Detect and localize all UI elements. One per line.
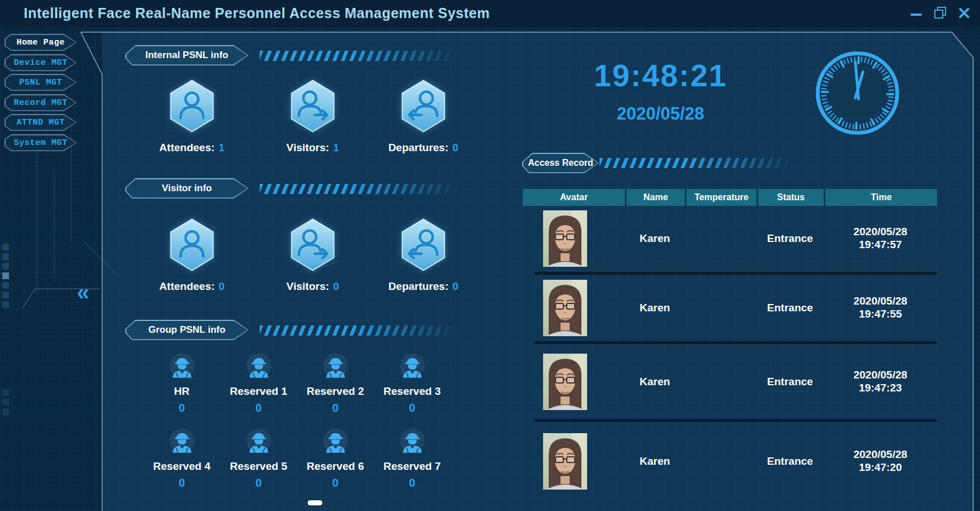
worker-icon: [322, 428, 349, 454]
stat-label: Attendees:: [159, 142, 215, 153]
group-stat-reserved-7: Reserved 7 0: [370, 428, 454, 490]
column-header-avatar: Avatar: [523, 189, 625, 206]
stat-label: Visitors:: [286, 142, 329, 153]
cell-status: Entrance: [756, 275, 824, 341]
cell-name: Karen: [625, 275, 685, 341]
group-label: Reserved 3: [383, 385, 440, 398]
group-value: 0: [332, 477, 338, 490]
visitor-departures-stat: Departures:0: [364, 218, 483, 293]
face-photo: [543, 433, 587, 490]
group-label: Reserved 7: [383, 460, 440, 473]
section-title: Group PSNL info: [126, 321, 248, 340]
group-value: 0: [409, 402, 415, 415]
user-icon: [167, 218, 217, 272]
table-row[interactable]: Karen Entrance 2020/05/2819:47:23: [523, 344, 937, 419]
cell-status: Entrance: [756, 344, 824, 419]
analog-clock-icon: [811, 47, 904, 139]
user-arrow-left-icon: [399, 79, 448, 133]
stat-value: 0: [453, 280, 459, 292]
worker-icon: [322, 353, 349, 379]
sidebar-item-attnd-mgt[interactable]: ATTND MGT: [5, 114, 77, 131]
worker-icon: [169, 428, 195, 454]
group-label: Reserved 1: [230, 385, 287, 398]
stat-value: 1: [218, 142, 225, 153]
stripes-decoration: [600, 158, 794, 168]
access-record-table-header: Avatar Name Temperature Status Time: [523, 189, 937, 206]
cell-date: 2020/05/28: [854, 448, 907, 461]
sidebar-item-label: ATTND MGT: [6, 115, 76, 130]
sidebar-item-psnl-mgt[interactable]: PSNL MGT: [5, 74, 77, 91]
stripes-decoration: [260, 184, 458, 194]
stat-label: Attendees:: [159, 280, 215, 292]
sidebar-item-record-mgt[interactable]: Record MGT: [5, 94, 77, 111]
group-stat-reserved-5: Reserved 5 0: [216, 428, 301, 490]
user-arrow-right-icon: [288, 79, 338, 133]
group-value: 0: [255, 477, 261, 490]
cell-date: 2020/05/28: [854, 369, 907, 382]
cell-temperature: [685, 344, 756, 419]
column-header-temperature: Temperature: [685, 189, 756, 206]
cell-time: 19:47:23: [859, 382, 902, 395]
internal-visitors-stat: Visitors:1: [253, 79, 372, 154]
group-label: HR: [174, 385, 189, 398]
user-arrow-right-icon: [288, 218, 338, 272]
stat-value: 0: [333, 280, 339, 292]
group-value: 0: [178, 477, 185, 490]
cell-temperature: [685, 422, 756, 501]
digital-clock-date: 2020/05/28: [548, 104, 773, 124]
worker-icon: [246, 353, 272, 379]
app-title: Intelligent Face Real-Name Personnel Acc…: [24, 5, 490, 21]
minimize-icon[interactable]: [910, 7, 922, 19]
sidebar-item-label: Record MGT: [6, 95, 76, 111]
cell-status: Entrance: [756, 422, 824, 501]
section-title: Internal PSNL info: [126, 46, 248, 65]
internal-psnl-info-header: Internal PSNL info: [125, 45, 248, 65]
title-bar: Intelligent Face Real-Name Personnel Acc…: [0, 0, 980, 27]
stat-value: 0: [218, 280, 225, 292]
sidebar-collapse-chevron-icon[interactable]: «: [77, 281, 89, 303]
window-controls: [910, 6, 971, 20]
cell-name: Karen: [625, 344, 685, 419]
stripes-decoration: [260, 51, 458, 61]
stat-value: 0: [453, 142, 459, 153]
user-icon: [167, 79, 217, 133]
section-title: Access Record: [523, 154, 598, 173]
stat-value: 1: [333, 142, 339, 153]
group-stat-reserved-2: Reserved 2 0: [293, 353, 378, 415]
column-header-status: Status: [756, 189, 824, 206]
cell-status: Entrance: [756, 206, 824, 271]
table-row[interactable]: Karen Entrance 2020/05/2819:47:55: [523, 275, 937, 341]
sidebar-item-label: Home Page: [6, 35, 76, 50]
sidebar-item-label: System MGT: [6, 135, 76, 151]
sidebar-item-system-mgt[interactable]: System MGT: [5, 134, 77, 151]
column-header-time: Time: [824, 189, 937, 206]
face-photo: [543, 210, 587, 267]
table-row[interactable]: Karen Entrance 2020/05/2819:47:57: [523, 206, 937, 271]
sidebar-item-home-page[interactable]: Home Page: [5, 34, 77, 51]
restore-icon[interactable]: [934, 7, 946, 19]
cell-temperature: [685, 275, 756, 341]
cell-temperature: [685, 206, 756, 271]
close-icon[interactable]: [957, 6, 971, 20]
table-row[interactable]: Karen Entrance 2020/05/2819:47:20: [523, 422, 937, 501]
face-access-dashboard: { "window": { "title": "Intelligent Face…: [0, 0, 980, 511]
worker-icon: [246, 428, 272, 454]
stat-label: Visitors:: [286, 280, 329, 292]
user-arrow-left-icon: [399, 218, 448, 272]
sidebar-item-device-mgt[interactable]: Device MGT: [5, 54, 77, 71]
section-title: Visitor info: [126, 179, 248, 198]
cell-time: 19:47:55: [859, 308, 902, 321]
group-label: Reserved 5: [230, 460, 287, 473]
cell-date: 2020/05/28: [854, 295, 907, 308]
group-stat-reserved-3: Reserved 3 0: [370, 353, 454, 415]
column-header-name: Name: [625, 189, 685, 206]
cell-time: 19:47:20: [859, 461, 902, 474]
carousel-indicator-dot[interactable]: [308, 500, 322, 505]
cell-date: 2020/05/28: [854, 226, 907, 239]
sidebar-item-label: Device MGT: [6, 55, 76, 71]
group-label: Reserved 4: [153, 460, 210, 473]
worker-icon: [399, 353, 426, 379]
group-value: 0: [332, 402, 338, 415]
stat-label: Departures:: [388, 142, 449, 153]
stripes-decoration: [260, 325, 458, 336]
